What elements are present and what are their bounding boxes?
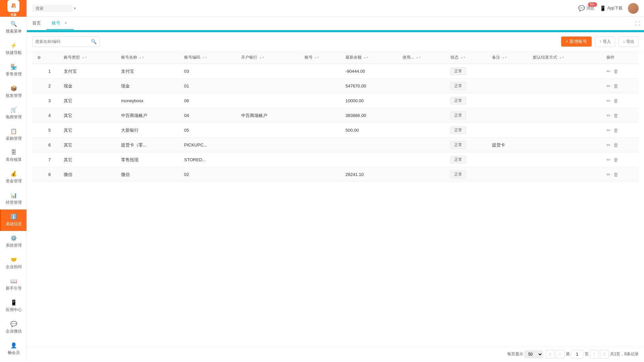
row-usage (400, 64, 447, 79)
sidebar-item-label: 基础信息 (6, 221, 22, 227)
col-usage[interactable]: 使用... ▲▼ (400, 51, 447, 64)
sidebar-item-enterprise-agreement[interactable]: 🤝 企业协同 (0, 252, 26, 274)
enterprise-agreement-icon: 🤝 (10, 256, 17, 263)
first-page-button[interactable]: ⟨⟨ (546, 350, 554, 359)
top-search-input[interactable] (32, 5, 72, 12)
message-button[interactable]: 💬 消息 99+ (578, 5, 594, 11)
avatar[interactable] (628, 3, 639, 14)
row-status: 正常 (448, 138, 489, 153)
edit-button[interactable]: ✏ (606, 157, 611, 163)
row-type: 其它 (61, 153, 118, 167)
delete-button[interactable]: 🗑 (613, 68, 619, 74)
edit-button[interactable]: ✏ (606, 98, 611, 104)
inventory-icon: 🗄 (11, 149, 16, 156)
row-status: 正常 (448, 167, 489, 182)
row-bank (238, 64, 302, 79)
edit-button[interactable]: ✏ (606, 113, 611, 119)
row-actions: ✏ 🗑 (604, 94, 639, 108)
app-download-label: App下载 (607, 5, 623, 11)
export-button[interactable]: ↓ 导出 (619, 37, 639, 47)
edit-button[interactable]: ✏ (606, 127, 611, 133)
page-size-section: 每页显示 50 100 200 (507, 351, 543, 358)
col-bank[interactable]: 开户银行 ▲▼ (238, 51, 302, 64)
tab-home[interactable]: 首页 (27, 17, 46, 30)
sidebar-item-quick-nav[interactable]: ⚡ 快捷导航 (0, 38, 26, 60)
table-row: 8 微信 微信 02 28241.10 正常 ✏ 🗑 (32, 167, 639, 182)
delete-button[interactable]: 🗑 (613, 83, 619, 89)
row-code: 01 (181, 79, 238, 94)
sidebar-item-label: 零售管理 (6, 71, 22, 77)
top-search-chevron-icon[interactable]: ▾ (74, 6, 76, 11)
sidebar-item-member[interactable]: 👤 畅会员 (0, 338, 26, 360)
tab-expand-button[interactable]: ⛶ (631, 21, 644, 26)
delete-button[interactable]: 🗑 (613, 98, 619, 104)
sidebar-item-search-menu[interactable]: 🔍 搜索菜单 (0, 17, 26, 38)
col-code[interactable]: 账号编码 ▲▼ (181, 51, 238, 64)
delete-button[interactable]: 🗑 (613, 113, 619, 119)
sidebar-item-label: 搜索菜单 (6, 28, 22, 34)
tab-close-icon[interactable]: ✕ (63, 20, 68, 26)
sidebar-item-system-mgmt[interactable]: ⚙️ 系统管理 (0, 231, 26, 252)
app-subtitle: 乐版 (10, 13, 16, 17)
sidebar-item-enterprise-wechat[interactable]: 💬 企业微信 (0, 317, 26, 338)
sidebar-item-basic-info[interactable]: ℹ️ 基础信息 (0, 209, 26, 231)
account-search-input[interactable] (35, 39, 89, 44)
sidebar: 易 乐版 🔍 搜索菜单 ⚡ 快捷导航 🏪 零售管理 📦 批发管理 🛒 电商管理 … (0, 0, 27, 362)
search-icon[interactable]: 🔍 (91, 39, 97, 44)
col-balance[interactable]: 最新余额 ▲▼ (343, 51, 400, 64)
delete-button[interactable]: 🗑 (613, 157, 619, 163)
row-balance: 28241.10 (343, 167, 400, 182)
row-bank (238, 153, 302, 167)
page-input[interactable] (571, 350, 583, 359)
delete-button[interactable]: 🗑 (613, 172, 619, 178)
sidebar-item-inventory[interactable]: 🗄 库存核算 (0, 145, 26, 167)
sidebar-item-finance-mgmt[interactable]: 💰 资金管理 (0, 167, 26, 188)
sidebar-item-app-center[interactable]: 📱 应用中心 (0, 295, 26, 317)
col-type[interactable]: 账号类型 ▲▼ (61, 51, 118, 64)
row-balance (343, 138, 400, 153)
app-center-icon: 📱 (10, 299, 17, 306)
sidebar-item-label: 新手引导 (6, 286, 22, 291)
row-bank (238, 138, 302, 153)
row-remark (489, 79, 530, 94)
import-button[interactable]: ↑ 导入 (595, 37, 615, 47)
col-account[interactable]: 账号 ▲▼ (302, 51, 343, 64)
col-remark[interactable]: 备注 ▲▼ (489, 51, 530, 64)
col-name[interactable]: 账号名称 ▲▼ (118, 51, 181, 64)
last-page-button[interactable]: ⟩⟩ (600, 350, 609, 359)
row-settings-cell (32, 94, 46, 108)
row-name: 现金 (118, 79, 181, 94)
row-type: 其它 (61, 108, 118, 123)
col-index (46, 51, 61, 64)
sidebar-item-new-guide[interactable]: 📖 新手引导 (0, 274, 26, 295)
row-default-settlement (530, 64, 603, 79)
account-search-box: 🔍 (32, 36, 100, 47)
sidebar-item-operations-mgmt[interactable]: 📊 经营管理 (0, 188, 26, 209)
edit-button[interactable]: ✏ (606, 83, 611, 89)
add-account-button[interactable]: + 新增账号 (561, 37, 592, 47)
sidebar-item-purchase-mgmt[interactable]: 📋 采购管理 (0, 124, 26, 145)
sidebar-item-label: 电商管理 (6, 114, 22, 120)
delete-button[interactable]: 🗑 (613, 127, 619, 133)
col-default-settlement[interactable]: 默认结算方式 ▲▼ (530, 51, 603, 64)
delete-button[interactable]: 🗑 (613, 142, 619, 148)
col-settings[interactable]: ⚙ (32, 51, 46, 64)
prev-page-button[interactable]: ⟨ (556, 350, 565, 359)
col-status[interactable]: 状态 ▲▼ (448, 51, 489, 64)
tab-account[interactable]: 账号 ✕ (46, 17, 74, 30)
sidebar-item-ecommerce-mgmt[interactable]: 🛒 电商管理 (0, 103, 26, 124)
app-download-button[interactable]: 📱 App下载 (600, 5, 623, 11)
row-default-settlement (530, 123, 603, 138)
next-page-button[interactable]: ⟩ (590, 350, 599, 359)
page-size-select[interactable]: 50 100 200 (525, 351, 543, 358)
edit-button[interactable]: ✏ (606, 172, 611, 178)
sidebar-item-retail-mgmt[interactable]: 🏪 零售管理 (0, 60, 26, 81)
sidebar-item-wholesale-mgmt[interactable]: 📦 批发管理 (0, 81, 26, 103)
row-type: 其它 (61, 94, 118, 108)
table-row: 7 其它 零售抵现 STORED... 正常 ✏ 🗑 (32, 153, 639, 167)
sidebar-item-label: 应用中心 (6, 307, 22, 313)
row-default-settlement (530, 153, 603, 167)
edit-button[interactable]: ✏ (606, 142, 611, 148)
row-account (302, 108, 343, 123)
edit-button[interactable]: ✏ (606, 68, 611, 74)
